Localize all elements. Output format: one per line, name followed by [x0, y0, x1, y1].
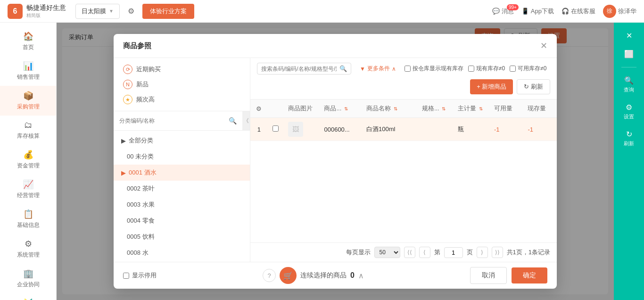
vp-query-btn[interactable]: 🔍 查询	[621, 73, 637, 96]
enterprise-icon: 🏢	[23, 268, 33, 279]
modal-title: 商品参照	[123, 42, 151, 50]
pagination-bar: 每页显示 10 20 50 100 ⟨⟨ ⟨ 第 页	[250, 242, 557, 262]
page-size-select[interactable]: 10 20 50 100	[374, 247, 400, 258]
modal-body: ⟳ 近期购买 N 新品 ★ 频次高	[114, 58, 557, 262]
sidebar-item-operation[interactable]: 📈 经营管理	[0, 175, 56, 204]
vp-close-btn[interactable]: ✕	[623, 28, 635, 43]
sidebar-item-finance[interactable]: 💰 资金管理	[0, 145, 56, 175]
page-first-btn[interactable]: ⟨⟨	[404, 247, 415, 258]
product-search-input[interactable]	[261, 66, 337, 72]
shortcut-new[interactable]: N 新品	[119, 77, 244, 92]
product-thumb: 🖼	[288, 122, 303, 137]
page-prev-btn[interactable]: ⟨	[419, 247, 430, 258]
col-spec[interactable]: 规格... ⇅	[417, 100, 453, 118]
checkbox-stock-ne0-input[interactable]	[468, 66, 474, 72]
sidebar-item-enterprise[interactable]: 🏢 企业协同	[0, 264, 56, 293]
trial-button[interactable]: 体验行业方案	[142, 4, 194, 19]
shortcut-recent[interactable]: ⟳ 近期购买	[119, 62, 244, 77]
cat-item-0003[interactable]: 0003 水果	[114, 197, 250, 213]
col-unit[interactable]: 主计量 ⇅	[453, 100, 489, 118]
cat-item-0008[interactable]: 0008 水	[114, 245, 250, 261]
image-placeholder-icon: 🖼	[292, 125, 299, 133]
checkbox-warehouse-input[interactable]	[405, 66, 411, 72]
help-btn[interactable]: ?	[263, 269, 276, 282]
cat-item-0004[interactable]: 0004 零食	[114, 213, 250, 229]
cancel-btn[interactable]: 取消	[470, 267, 507, 284]
vp-refresh-btn[interactable]: ↻ 刷新	[621, 127, 637, 150]
store-selector[interactable]: 日太阳膜 ▼	[75, 4, 120, 19]
filter-more-btn[interactable]: ▼ 更多条件 ∧	[356, 63, 400, 75]
user-area[interactable]: 徐 徐泽华	[603, 5, 636, 18]
col-stock: 现存量	[523, 100, 557, 118]
show-disabled-label[interactable]: 显示停用	[123, 271, 157, 280]
col-code[interactable]: 商品... ⇅	[319, 100, 362, 118]
sidebar-item-basic-info[interactable]: 📋 基础信息	[0, 204, 56, 234]
col-image: 商品图片	[283, 100, 320, 118]
cat-0005-label: 0005 饮料	[127, 233, 155, 241]
app-download-btn[interactable]: 📱 App下载	[521, 7, 554, 16]
confirm-btn[interactable]: 确定	[512, 267, 547, 283]
product-toolbar: 🔍 ▼ 更多条件 ∧ 按仓库显示现有库存	[250, 58, 557, 100]
collapse-panel-btn[interactable]: 《	[242, 111, 250, 130]
avatar: 徐	[603, 5, 616, 18]
online-service-btn[interactable]: 🎧 在线客服	[561, 7, 595, 16]
add-product-btn[interactable]: + 新增商品	[470, 79, 513, 94]
shortcut-frequent[interactable]: ★ 频次高	[119, 92, 244, 107]
page-next-btn[interactable]: ⟩	[477, 247, 488, 258]
show-disabled-checkbox[interactable]	[123, 273, 129, 279]
checkbox-stock-ne0[interactable]: 现有库存≠0	[468, 65, 505, 73]
star-icon: ★	[123, 95, 132, 104]
select-label: 连续选择的商品	[300, 271, 347, 280]
sidebar-item-sales[interactable]: 📊 销售管理	[0, 56, 56, 86]
cat-item-0002[interactable]: 0002 茶叶	[114, 181, 250, 197]
sidebar-item-system[interactable]: ⚙ 系统管理	[0, 234, 56, 264]
row-checkbox-cell[interactable]	[268, 118, 283, 141]
refresh-btn[interactable]: ↻ 刷新	[517, 79, 550, 94]
product-search-icon[interactable]: 🔍	[339, 65, 347, 72]
col-name[interactable]: 商品名称 ⇅	[362, 100, 417, 118]
cat-item-all[interactable]: ▶ 全部分类	[114, 133, 250, 149]
sidebar-item-label-home: 首页	[23, 43, 34, 51]
cat-item-0005[interactable]: 0005 饮料	[114, 229, 250, 245]
logo-area: 6 畅捷通好生意 精简版	[8, 3, 66, 18]
col-checkbox[interactable]	[268, 100, 283, 118]
shortcut-frequent-label: 频次高	[136, 95, 155, 104]
system-icon: ⚙	[25, 239, 32, 249]
sidebar-item-guide[interactable]: 🔰 新手引导	[0, 293, 56, 300]
vp-settings-btn[interactable]: ⚙ 设置	[621, 100, 637, 123]
collapse-up-btn[interactable]: ∧	[358, 271, 364, 280]
sidebar-item-inventory[interactable]: 🗂 库存核算	[0, 116, 56, 145]
help-icon: ?	[267, 272, 271, 279]
sidebar-item-label-finance: 资金管理	[17, 162, 40, 170]
modal-header: 商品参照 ✕	[114, 34, 557, 58]
logo-sub: 精简版	[26, 12, 66, 19]
checkbox-warehouse[interactable]: 按仓库显示现有库存	[405, 65, 463, 73]
sidebar-item-label-system: 系统管理	[17, 251, 40, 259]
sidebar-item-purchase[interactable]: 📦 采购管理	[0, 86, 56, 116]
sort-unit-icon: ⇅	[479, 106, 483, 111]
cart-btn[interactable]: 🛒	[280, 267, 297, 284]
table-row[interactable]: 1 🖼	[250, 118, 557, 141]
checkbox-available-ne0-input[interactable]	[510, 66, 516, 72]
cat-item-00[interactable]: 00 未分类	[114, 149, 250, 165]
page-number-input[interactable]	[444, 247, 463, 258]
vp-refresh-icon: ↻	[626, 130, 632, 139]
product-table-container: ⚙ 商品图片 商品... ⇅	[250, 100, 557, 242]
checkbox-available-ne0[interactable]: 可用库存≠0	[510, 65, 546, 73]
cat-search-input[interactable]	[119, 117, 226, 124]
logo-title: 畅捷通好生意	[26, 3, 66, 12]
modal-close-btn[interactable]: ✕	[540, 41, 547, 51]
row-checkbox[interactable]	[272, 125, 279, 132]
sidebar: 🏠 首页 📊 销售管理 📦 采购管理 🗂 库存核算 💰 资金管理 📈 经营管理 …	[0, 23, 57, 300]
col-settings[interactable]: ⚙	[250, 100, 268, 118]
sidebar-item-label-sales: 销售管理	[17, 73, 40, 81]
messages-btn[interactable]: 💬 消息 99+	[492, 7, 514, 16]
cat-item-0001[interactable]: ▶ 0001 酒水	[114, 165, 250, 181]
sidebar-item-label-purchase: 采购管理	[17, 103, 40, 111]
sidebar-item-home[interactable]: 🏠 首页	[0, 26, 56, 56]
page-last-btn[interactable]: ⟩⟩	[492, 247, 503, 258]
vp-expand-btn[interactable]: ⬜	[621, 47, 636, 61]
settings-btn[interactable]: ⚙	[124, 4, 139, 19]
sidebar-item-label-operation: 经营管理	[17, 192, 40, 200]
cat-search-icon[interactable]: 🔍	[229, 117, 237, 125]
